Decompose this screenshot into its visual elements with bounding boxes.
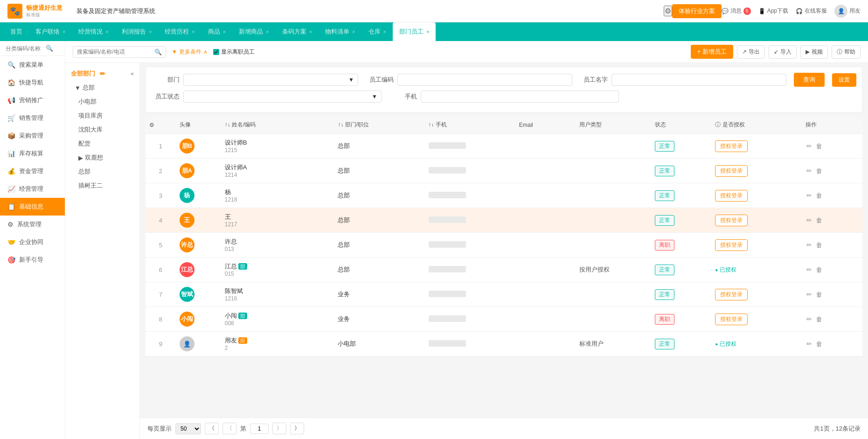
tab-dept-employee[interactable]: 部门员工× — [393, 22, 436, 41]
th-name[interactable]: ↑↓ 姓名/编码 — [221, 116, 334, 134]
delete-button[interactable]: 🗑 — [816, 192, 822, 199]
tab-new-goods[interactable]: 新增商品× — [232, 22, 275, 41]
sidebar-search-input[interactable] — [6, 45, 43, 52]
dept-node-general[interactable]: ▼ 总部 — [65, 81, 139, 95]
first-page-btn[interactable]: 《 — [205, 423, 219, 434]
set-button[interactable]: 设置 — [832, 73, 856, 87]
edit-button[interactable]: ✏ — [806, 291, 812, 298]
tab-close[interactable]: × — [192, 29, 194, 35]
tab-close[interactable]: × — [149, 29, 152, 35]
delete-button[interactable]: 🗑 — [816, 216, 822, 224]
auth-button[interactable]: 授权登录 — [715, 289, 748, 300]
delete-button[interactable]: 🗑 — [816, 142, 822, 150]
edit-button[interactable]: ✏ — [806, 142, 812, 150]
auth-button[interactable]: 授权登录 — [715, 190, 748, 202]
sidebar-item-inventory[interactable]: 📊 库存核算 — [0, 145, 65, 162]
dept-node-ph[interactable]: 配货 — [65, 137, 139, 151]
tab-close[interactable]: × — [309, 29, 312, 35]
prev-page-btn[interactable]: 〈 — [222, 423, 236, 434]
dept-filter-select[interactable]: ▼ — [183, 74, 358, 86]
tab-customer[interactable]: 客户联络× — [29, 22, 72, 41]
query-button[interactable]: 查询 — [794, 73, 825, 87]
last-page-btn[interactable]: 》 — [290, 423, 304, 434]
tab-close[interactable]: × — [105, 29, 108, 35]
sidebar-item-sales[interactable]: 🛒 销售管理 — [0, 109, 65, 127]
sidebar-item-quick-nav[interactable]: 🏠 快捷导航 — [0, 74, 65, 91]
dept-node-sl[interactable]: ▶ 双鹿想 — [65, 151, 139, 165]
th-settings[interactable]: ⚙ — [146, 116, 176, 134]
sidebar-item-purchase[interactable]: 📦 采购管理 — [0, 127, 65, 145]
add-employee-button[interactable]: + 新增员工 — [691, 45, 733, 59]
dept-node-zb[interactable]: 总部 — [65, 165, 139, 179]
search-input[interactable] — [77, 49, 152, 55]
delete-button[interactable]: 🗑 — [816, 315, 822, 323]
per-page-select[interactable]: 50 20 100 — [175, 423, 201, 434]
sidebar-item-guide[interactable]: 🎯 新手引导 — [0, 251, 65, 269]
tab-close[interactable]: × — [426, 29, 429, 35]
auth-button[interactable]: 授权登录 — [715, 215, 748, 226]
tab-close[interactable]: × — [62, 29, 65, 35]
edit-button[interactable]: ✏ — [806, 340, 812, 348]
tab-barcode[interactable]: 条码方案× — [276, 22, 319, 41]
tab-profit[interactable]: 利润报告× — [115, 22, 158, 41]
th-dept[interactable]: ↑↓ 部门/职位 — [334, 116, 424, 134]
auth-button[interactable]: 授权登录 — [715, 239, 748, 251]
dept-tree-header[interactable]: 全部部门 ✏ « — [65, 67, 139, 81]
message-action[interactable]: 💬 消息 6 — [722, 7, 751, 15]
tab-history[interactable]: 经营历程× — [158, 22, 201, 41]
online-service-action[interactable]: 🎧 在线客服 — [796, 7, 827, 15]
delete-button[interactable]: 🗑 — [816, 340, 822, 348]
tab-goods[interactable]: 商品× — [201, 22, 232, 41]
phone-input[interactable] — [421, 91, 619, 103]
dept-collapse-icon[interactable]: « — [131, 70, 134, 77]
user-action[interactable]: 👤 用友 — [834, 5, 861, 18]
dept-node-cs[interactable]: 插树王二 — [65, 179, 139, 193]
tab-close[interactable]: × — [352, 29, 355, 35]
tab-close[interactable]: × — [266, 29, 269, 35]
tab-bom[interactable]: 物料清单× — [319, 22, 361, 41]
edit-button[interactable]: ✏ — [806, 315, 812, 323]
sidebar-item-basicinfo[interactable]: 📋 基础信息 — [0, 198, 65, 216]
tab-close[interactable]: × — [223, 29, 226, 35]
sidebar-item-search-menu[interactable]: 🔍 搜索菜单 — [0, 56, 65, 74]
dept-node-xd[interactable]: 小电部 — [65, 95, 139, 109]
dept-node-sy[interactable]: 沈阳大库 — [65, 123, 139, 137]
th-phone[interactable]: ↑↓ 手机 — [425, 116, 515, 134]
edit-button[interactable]: ✏ — [806, 241, 812, 249]
help-button[interactable]: ⓘ 帮助 — [832, 45, 861, 59]
edit-button[interactable]: ✏ — [806, 192, 812, 199]
tab-home[interactable]: 首页 — [4, 22, 29, 41]
export-button[interactable]: ↗ 导出 — [737, 45, 765, 59]
tab-close[interactable]: × — [383, 29, 386, 35]
sidebar-item-enterprise[interactable]: 🤝 企业协同 — [0, 233, 65, 251]
emp-name-input[interactable] — [611, 74, 786, 86]
delete-button[interactable]: 🗑 — [816, 241, 822, 249]
auth-button[interactable]: 授权登录 — [715, 165, 748, 177]
filter-more-btn[interactable]: ▼ 更多条件 ∧ — [172, 48, 208, 56]
app-download-action[interactable]: 📱 App下载 — [758, 7, 788, 15]
gear-button[interactable]: ⚙ — [664, 6, 672, 16]
delete-button[interactable]: 🗑 — [816, 266, 822, 273]
sidebar-item-marketing[interactable]: 📢 营销推广 — [0, 91, 65, 109]
page-input[interactable] — [250, 424, 269, 434]
edit-button[interactable]: ✏ — [806, 167, 812, 174]
import-button[interactable]: ↙ 导入 — [769, 45, 797, 59]
show-inactive-checkbox[interactable] — [213, 49, 219, 55]
experience-button[interactable]: 体验行业方案 — [672, 4, 722, 18]
sidebar-item-operations[interactable]: 📈 经营管理 — [0, 180, 65, 198]
sidebar-item-finance[interactable]: 💰 资金管理 — [0, 162, 65, 180]
auth-button[interactable]: 授权登录 — [715, 140, 748, 152]
emp-status-select[interactable]: ▼ — [183, 91, 382, 103]
delete-button[interactable]: 🗑 — [816, 167, 822, 174]
tab-warehouse[interactable]: 仓库× — [362, 22, 393, 41]
next-page-btn[interactable]: 〉 — [272, 423, 286, 434]
auth-button[interactable]: 授权登录 — [715, 314, 748, 325]
delete-button[interactable]: 🗑 — [816, 291, 822, 298]
dept-edit-icon[interactable]: ✏ — [100, 70, 105, 77]
sidebar-search-icon[interactable]: 🔍 — [46, 45, 53, 52]
search-icon[interactable]: 🔍 — [154, 49, 162, 56]
edit-button[interactable]: ✏ — [806, 216, 812, 224]
tab-operations[interactable]: 经营情况× — [72, 22, 115, 41]
view-button[interactable]: ▶ 视频 — [800, 45, 828, 59]
edit-button[interactable]: ✏ — [806, 266, 812, 273]
